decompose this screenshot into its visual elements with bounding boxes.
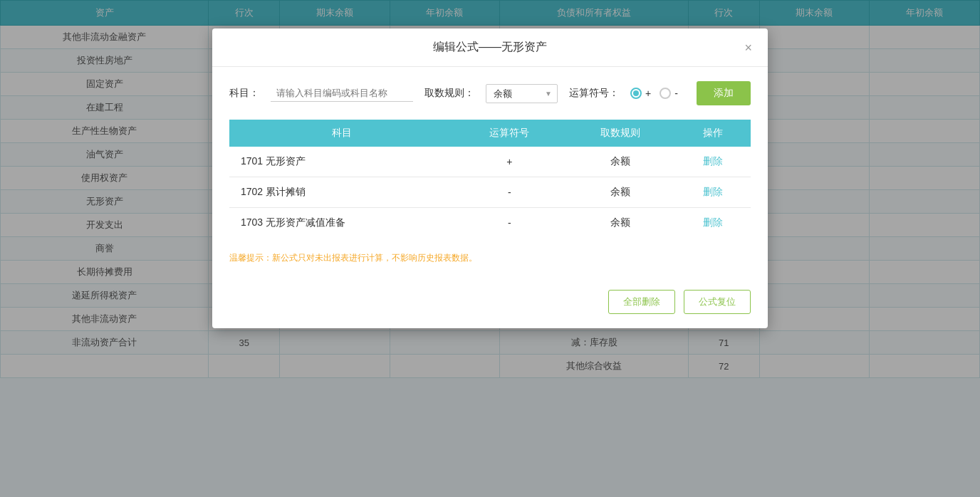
rule-select-wrapper: 余额 借方发生额 贷方发生额 ▼ — [486, 84, 558, 103]
formula-operator: - — [454, 177, 565, 208]
operator-radio-group: + - — [630, 88, 678, 99]
table-header-action: 操作 — [675, 120, 751, 147]
radio-minus-label: - — [674, 88, 678, 99]
delete-row-button[interactable]: 删除 — [703, 216, 723, 228]
table-row: 1701 无形资产+余额删除 — [229, 147, 751, 177]
form-row: 科目： 取数规则： 余额 借方发生额 贷方发生额 ▼ 运算符号： — [229, 81, 751, 105]
formula-operator: - — [454, 208, 565, 239]
formula-action: 删除 — [675, 177, 751, 208]
modal-dialog: 编辑公式——无形资产 × 科目： 取数规则： 余额 借方发生额 贷方发生额 — [212, 28, 768, 328]
formula-operator: + — [454, 147, 565, 177]
formula-subject: 1701 无形资产 — [229, 147, 454, 177]
reset-formula-button[interactable]: 公式复位 — [684, 290, 751, 314]
modal-close-button[interactable]: × — [740, 40, 756, 56]
radio-plus[interactable]: + — [630, 88, 651, 99]
formula-action: 删除 — [675, 147, 751, 177]
radio-minus[interactable]: - — [660, 88, 678, 99]
modal-backdrop: 编辑公式——无形资产 × 科目： 取数规则： 余额 借方发生额 贷方发生额 — [0, 0, 980, 497]
formula-rule: 余额 — [565, 177, 675, 208]
delete-all-button[interactable]: 全部删除 — [608, 290, 675, 314]
table-row: 1702 累计摊销-余额删除 — [229, 177, 751, 208]
modal-title: 编辑公式——无形资产 — [433, 40, 547, 55]
formula-rule: 余额 — [565, 147, 675, 177]
formula-rule: 余额 — [565, 208, 675, 239]
rule-label: 取数规则： — [424, 87, 474, 100]
radio-plus-label: + — [645, 88, 651, 99]
subject-input[interactable] — [271, 85, 413, 102]
table-row: 1703 无形资产减值准备-余额删除 — [229, 208, 751, 239]
radio-plus-circle — [630, 88, 642, 99]
delete-row-button[interactable]: 删除 — [703, 186, 723, 197]
table-header-subject: 科目 — [229, 120, 454, 147]
table-header-operator: 运算符号 — [454, 120, 565, 147]
radio-minus-circle — [660, 88, 671, 99]
warning-text: 温馨提示：新公式只对未出报表进行计算，不影响历史报表数据。 — [229, 252, 751, 264]
modal-footer: 全部删除 公式复位 — [212, 290, 768, 328]
formula-subject: 1702 累计摊销 — [229, 177, 454, 208]
subject-label: 科目： — [229, 87, 259, 100]
add-button[interactable]: 添加 — [697, 81, 751, 105]
table-header-rule: 取数规则 — [565, 120, 675, 147]
modal-body: 科目： 取数规则： 余额 借方发生额 贷方发生额 ▼ 运算符号： — [212, 67, 768, 290]
rule-select[interactable]: 余额 借方发生额 贷方发生额 — [486, 84, 558, 103]
delete-row-button[interactable]: 删除 — [703, 155, 723, 167]
formula-table: 科目 运算符号 取数规则 操作 1701 无形资产+余额删除1702 累计摊销-… — [229, 120, 751, 238]
modal-header: 编辑公式——无形资产 × — [212, 28, 768, 67]
formula-subject: 1703 无形资产减值准备 — [229, 208, 454, 239]
formula-action: 删除 — [675, 208, 751, 239]
page-container: 资产 行次 期末余额 年初余额 负债和所有者权益 行次 期末余额 年初余额 其他… — [0, 0, 980, 497]
operator-label: 运算符号： — [569, 87, 619, 100]
